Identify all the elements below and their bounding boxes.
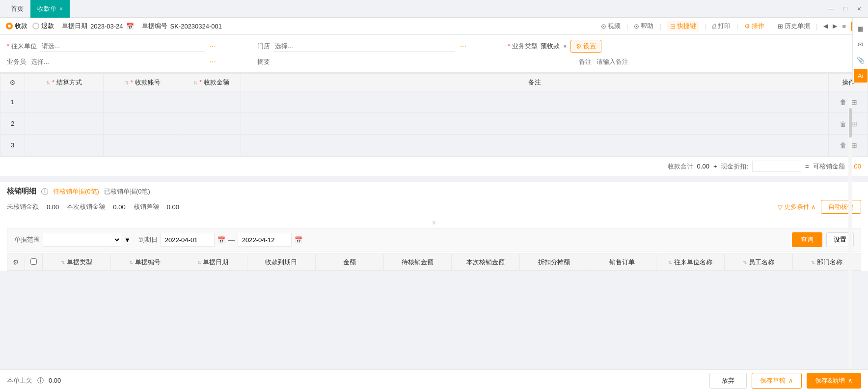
date-separator: — — [228, 236, 235, 244]
store-input[interactable] — [273, 41, 455, 52]
date-value: 2023-03-24 — [90, 23, 123, 30]
scrollbar-thumb[interactable] — [849, 108, 852, 138]
shortcut-btn[interactable]: ⊟ 快捷键 — [667, 21, 699, 31]
row-settle-2[interactable] — [25, 113, 104, 135]
bottom-col-staff: ⇅ 员工名称 — [725, 254, 793, 271]
business-type-field: * 业务类型 预收款 ▼ ⚙ 设置 — [508, 40, 601, 53]
form-row-1: * 往来单位 ··· 门店 ··· * 业务类型 预收款 ▼ ⚙ — [7, 40, 861, 53]
row-settle-3[interactable] — [25, 135, 104, 156]
counterpart-label: * 往来单位 — [7, 42, 37, 51]
toolbar: 收款 退款 单据日期 2023-03-24 📅 单据编号 SK-20230324… — [0, 18, 868, 35]
data-table-wrapper: ⚙ ⇅ * 结算方式 ⇅ * 收款账号 ⇅ — [0, 73, 868, 157]
row-account-2[interactable] — [104, 113, 182, 135]
clip-icon: 📎 — [857, 56, 865, 64]
select-all-checkbox[interactable] — [30, 258, 37, 265]
range-field: 单据范围 ▼ — [14, 233, 131, 247]
counterpart-more-btn[interactable]: ··· — [208, 42, 218, 51]
net-label: 可核销金额 — [813, 162, 845, 171]
abandon-btn[interactable]: 放弃 — [709, 373, 747, 389]
close-btn[interactable]: × — [854, 4, 864, 14]
note-input[interactable] — [595, 56, 861, 67]
date-from-cal-btn[interactable]: 📅 — [217, 236, 225, 244]
done-tab[interactable]: 已核销单据(0笔) — [104, 187, 150, 196]
date-to-input[interactable] — [238, 233, 292, 247]
delete-btn-3[interactable]: 🗑 — [839, 140, 847, 150]
radio-shoukuan[interactable]: 收款 — [6, 22, 27, 30]
save-draft-chevron: ∧ — [788, 377, 793, 384]
abstract-input[interactable] — [273, 56, 540, 67]
delete-btn-2[interactable]: 🗑 — [839, 119, 847, 129]
query-btn[interactable]: 查询 — [792, 232, 822, 247]
row-amount-2[interactable] — [182, 113, 241, 135]
tab-home[interactable]: 首页 — [4, 0, 30, 18]
summary-row: 收款合计 0.00 + 现金折扣: = 可核销金额 0.00 — [0, 157, 868, 176]
tab-close-btn[interactable]: × — [59, 0, 63, 18]
discount-input[interactable] — [752, 161, 801, 172]
tab-active[interactable]: 收款单 × — [30, 0, 70, 18]
settings-btn[interactable]: ⚙ 设置 — [570, 40, 601, 53]
sidebar-table-icon[interactable]: ▦ — [854, 22, 868, 35]
sidebar-mail-icon[interactable]: ✉ — [854, 37, 868, 51]
print-btn[interactable]: ⎙ 打印 — [712, 22, 731, 30]
row-amount-3[interactable] — [182, 135, 241, 156]
radio-inner — [8, 25, 11, 28]
save-draft-btn[interactable]: 保存草稿 ∧ — [752, 373, 802, 389]
help-btn[interactable]: ⊙ 帮助 — [634, 22, 653, 30]
row-amount-1[interactable] — [182, 91, 241, 113]
video-btn[interactable]: ⊙ 视频 — [601, 22, 621, 30]
layout-btn[interactable]: ≡ — [842, 23, 846, 30]
content-area: 收款 退款 单据日期 2023-03-24 📅 单据编号 SK-20230324… — [0, 18, 868, 369]
form-row-2: 业务员 ··· 摘要 备注 — [7, 56, 861, 67]
staff-more-btn[interactable]: ··· — [208, 57, 218, 66]
history-btn[interactable]: ⊞ 历史单据 — [778, 22, 810, 30]
abstract-field: 摘要 — [257, 56, 540, 67]
current-value: 0.00 — [113, 203, 125, 211]
scrollbar[interactable] — [848, 98, 852, 369]
staff-input[interactable] — [29, 56, 205, 67]
uncancelled-label: 未核销金额 — [7, 202, 39, 211]
row-remark-2[interactable] — [241, 113, 829, 135]
bottom-col-checkbox — [25, 254, 43, 271]
delete-btn-1[interactable]: 🗑 — [839, 97, 847, 107]
store-more-btn[interactable]: ··· — [458, 42, 468, 51]
date-from-input[interactable] — [161, 233, 215, 247]
row-account-1[interactable] — [104, 91, 182, 113]
counterpart-input[interactable] — [40, 41, 205, 52]
date-calendar-btn[interactable]: 📅 — [126, 23, 134, 30]
radio-shoukuan-dot — [6, 23, 13, 29]
pending-tab[interactable]: 待核销单据(0笔) — [53, 187, 99, 196]
maximize-btn[interactable]: □ — [840, 4, 850, 14]
bottom-table: ⚙ ⇅ 单据类型 ⇅ 单据编号 — [7, 253, 861, 271]
layout-icon: ≡ — [842, 23, 846, 30]
bottom-gear-icon[interactable]: ⚙ — [13, 258, 19, 266]
bottom-col-current: 本次核销金额 — [452, 254, 520, 271]
prev-btn[interactable]: ◀ — [823, 23, 828, 29]
total-label: 收款合计 — [668, 162, 693, 171]
row-remark-1[interactable] — [241, 91, 829, 113]
minimize-btn[interactable]: ─ — [825, 4, 836, 14]
sidebar-clip-icon[interactable]: 📎 — [854, 53, 868, 67]
save-new-btn[interactable]: 保存&新增 ∧ — [807, 373, 861, 389]
info-icon[interactable]: i — [41, 188, 48, 195]
abstract-label: 摘要 — [257, 57, 270, 66]
table-gear-icon[interactable]: ⚙ — [9, 79, 16, 86]
radio-tuikuan[interactable]: 退款 — [32, 22, 54, 30]
table-row: 1 🗑 ⊞ — [0, 91, 868, 113]
row-remark-3[interactable] — [241, 135, 829, 156]
row-settle-1[interactable] — [25, 91, 104, 113]
range-select[interactable] — [43, 233, 121, 247]
sidebar-ai-icon[interactable]: Ai — [854, 69, 868, 83]
col-account-header: ⇅ * 收款账号 — [104, 74, 182, 91]
business-type-chevron: ▼ — [563, 44, 568, 49]
date-to-cal-btn[interactable]: 📅 — [295, 236, 302, 244]
bottom-col-type: ⇅ 单据类型 — [43, 254, 111, 271]
bottom-col-gear: ⚙ — [7, 254, 25, 271]
row-account-3[interactable] — [104, 135, 182, 156]
print-icon: ⎙ — [712, 23, 716, 30]
auto-writeoff-btn[interactable]: 自动核销 — [821, 200, 861, 214]
table-row: 3 🗑 ⊞ — [0, 135, 868, 156]
next-btn[interactable]: ▶ — [833, 23, 837, 29]
operation-btn[interactable]: ⚙ 操作 — [744, 22, 764, 30]
circle-icon: ⊙ — [601, 23, 606, 30]
more-conditions-btn[interactable]: ▽ 更多条件 ∧ — [778, 202, 816, 211]
